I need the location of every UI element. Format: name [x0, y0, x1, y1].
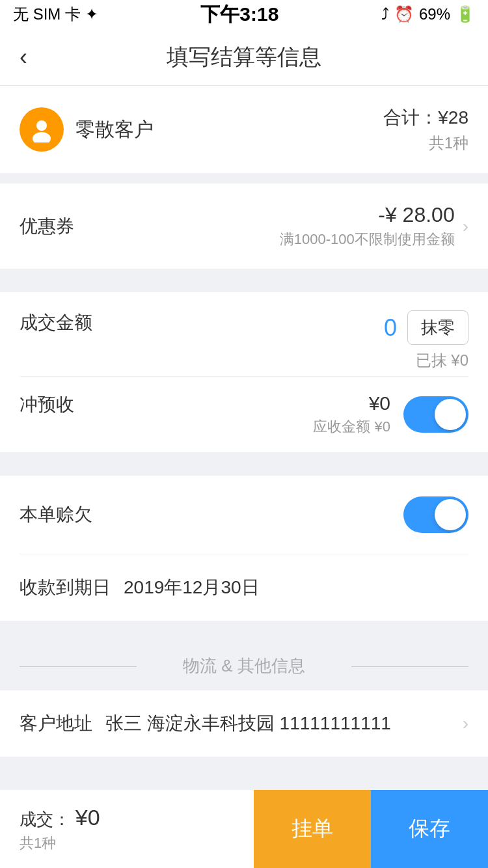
- prepay-toggle[interactable]: [403, 396, 468, 433]
- coupon-chevron-icon: ›: [463, 216, 468, 237]
- bottom-deal-label: 成交：: [20, 809, 70, 829]
- back-button[interactable]: ‹: [20, 44, 27, 71]
- debt-row: 本单赊欠: [0, 476, 488, 554]
- section-sep-1: [0, 279, 488, 292]
- customer-avatar: [20, 107, 64, 152]
- content-area: 零散客户 合计：¥28 共1种 优惠券 -¥ 28.00 满1000-100不限…: [0, 86, 488, 852]
- address-label: 客户地址: [20, 711, 92, 736]
- section-sep-2: [0, 463, 488, 476]
- battery-level: 69%: [419, 5, 450, 23]
- page-title: 填写结算等信息: [167, 42, 321, 72]
- bottom-deal-amount: ¥0: [75, 805, 100, 830]
- nav-bar: ‹ 填写结算等信息: [0, 29, 488, 86]
- logistics-sep: [0, 631, 488, 642]
- prepay-receivable: 应收金额 ¥0: [313, 417, 390, 437]
- bottom-summary: 成交： ¥0 共1种: [0, 790, 254, 868]
- coupon-value-col: -¥ 28.00 满1000-100不限制使用金额: [280, 203, 455, 249]
- coupon-desc: 满1000-100不限制使用金额: [280, 230, 455, 249]
- deal-deducted: 已抹 ¥0: [416, 350, 468, 371]
- duedate-row[interactable]: 收款到期日 2019年12月30日: [0, 554, 488, 621]
- address-left: 客户地址 张三 海淀永丰科技园 11111111111: [20, 711, 391, 736]
- prepay-label: 冲预收: [20, 392, 74, 417]
- coupon-card[interactable]: 优惠券 -¥ 28.00 满1000-100不限制使用金额 ›: [0, 183, 488, 269]
- coupon-amount: -¥ 28.00: [280, 203, 455, 227]
- customer-left: 零散客户: [20, 107, 154, 152]
- deal-amount-row: 成交金额 0 抹零 已抹 ¥0: [0, 292, 488, 376]
- battery-icon: 🔋: [455, 5, 475, 23]
- customer-row: 零散客户 合计：¥28 共1种: [0, 86, 488, 173]
- logistics-label: 物流 & 其他信息: [183, 656, 305, 675]
- deal-amount-label: 成交金额: [20, 310, 92, 335]
- summary-count: 共1种: [383, 133, 468, 154]
- status-bar: 无 SIM 卡 ✦ 下午3:18 ⤴ ⏰ 69% 🔋: [0, 0, 488, 29]
- prepay-row: 冲预收 ¥0 应收金额 ¥0: [0, 377, 488, 452]
- deal-amount-card: 成交金额 0 抹零 已抹 ¥0 冲预收 ¥0 应收金额 ¥0: [0, 292, 488, 452]
- hang-button[interactable]: 挂单: [254, 790, 371, 868]
- coupon-right: -¥ 28.00 满1000-100不限制使用金额 ›: [280, 203, 468, 249]
- customer-card: 零散客户 合计：¥28 共1种: [0, 86, 488, 173]
- save-button[interactable]: 保存: [371, 790, 488, 868]
- toggle-knob: [435, 399, 466, 430]
- duedate-value: 2019年12月30日: [124, 575, 260, 600]
- customer-name: 零散客户: [75, 116, 154, 143]
- prepay-values: ¥0 应收金额 ¥0: [313, 392, 390, 437]
- coupon-label: 优惠券: [20, 214, 74, 239]
- logistics-header: 物流 & 其他信息: [0, 642, 488, 690]
- duedate-label: 收款到期日: [20, 575, 111, 600]
- debt-toggle-knob: [435, 499, 466, 530]
- debt-label: 本单赊欠: [20, 502, 92, 527]
- address-value: 张三 海淀永丰科技园 11111111111: [105, 711, 391, 736]
- status-right: ⤴ ⏰ 69% 🔋: [381, 5, 475, 23]
- prepay-right: ¥0 应收金额 ¥0: [313, 392, 468, 437]
- svg-point-0: [36, 120, 47, 131]
- address-card[interactable]: 客户地址 张三 海淀永丰科技园 11111111111 ›: [0, 690, 488, 757]
- svg-point-1: [33, 132, 51, 142]
- coupon-row[interactable]: 优惠券 -¥ 28.00 满1000-100不限制使用金额 ›: [0, 183, 488, 269]
- alarm-icon: ⏰: [394, 5, 414, 23]
- round-zero-button[interactable]: 抹零: [407, 310, 468, 345]
- bottom-count: 共1种: [20, 834, 234, 853]
- bottom-bar: 成交： ¥0 共1种 挂单 保存: [0, 790, 488, 868]
- status-time: 下午3:18: [200, 1, 278, 28]
- deal-input-area: 0 抹零 已抹 ¥0: [384, 310, 468, 371]
- debt-toggle[interactable]: [403, 496, 468, 533]
- address-row[interactable]: 客户地址 张三 海淀永丰科技园 11111111111 ›: [0, 690, 488, 757]
- sim-status: 无 SIM 卡 ✦: [13, 4, 98, 25]
- customer-summary: 合计：¥28 共1种: [383, 105, 468, 154]
- location-icon: ⤴: [381, 5, 389, 23]
- bottom-deal-line: 成交： ¥0: [20, 805, 234, 831]
- status-left: 无 SIM 卡 ✦: [13, 4, 98, 25]
- deal-value-row: 0 抹零: [384, 310, 468, 345]
- deal-amount-value[interactable]: 0: [384, 314, 397, 342]
- address-chevron-icon: ›: [463, 713, 468, 734]
- summary-total: 合计：¥28: [383, 105, 468, 130]
- debt-card: 本单赊欠 收款到期日 2019年12月30日: [0, 476, 488, 621]
- prepay-amount: ¥0: [313, 392, 390, 414]
